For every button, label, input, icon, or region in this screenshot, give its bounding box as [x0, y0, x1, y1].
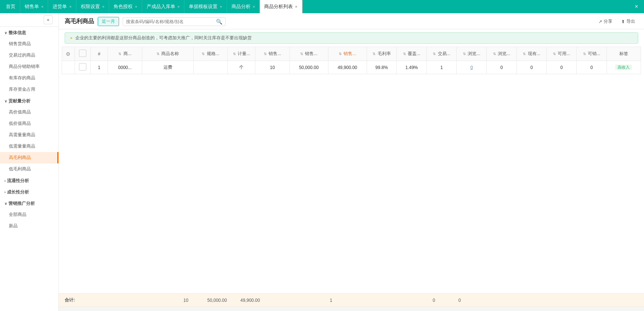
close-purchase-icon[interactable]: × — [69, 4, 71, 9]
nav-permissions[interactable]: 权限设置 × — [76, 0, 109, 13]
close-roles-icon[interactable]: × — [135, 4, 137, 9]
nav-sales[interactable]: 销售单 × — [20, 0, 48, 13]
sidebar-item-traded[interactable]: 交易过的商品 — [0, 50, 58, 61]
nav-roles[interactable]: 角色授权 × — [109, 0, 142, 13]
col-browse1[interactable]: ⇅ 浏览... — [457, 47, 487, 61]
col-handle-icon: ⇅ — [583, 52, 586, 56]
sidebar-group-growth[interactable]: › 成长性分析 — [0, 186, 58, 198]
col-available[interactable]: ⇅ 可用... — [547, 47, 577, 61]
footer-margin-spacer — [267, 298, 292, 303]
nav-templates[interactable]: 单据模板设置 × — [184, 0, 227, 13]
arrow-icon-4: › — [4, 190, 6, 194]
close-products-icon[interactable]: × — [177, 4, 180, 9]
cell-unit: 个 — [228, 61, 255, 74]
col-browse2[interactable]: ⇅ 浏览... — [487, 47, 517, 61]
sidebar-item-low-value[interactable]: 低价值商品 — [0, 118, 58, 129]
notice-icon: ✦ — [69, 36, 73, 41]
col-settings[interactable]: ⚙ — [62, 47, 75, 61]
footer-available: 0 — [421, 298, 447, 303]
top-nav: 首页 销售单 × 进货单 × 权限设置 × 角色授权 × 产成品入库单 × 单据… — [0, 0, 644, 13]
cell-name: 运费 — [142, 61, 194, 74]
close-sales-icon[interactable]: × — [41, 4, 43, 9]
footer-sales1: 10 — [171, 298, 201, 303]
sidebar-item-ratio[interactable]: 商品分销助销率 — [0, 61, 58, 72]
share-button[interactable]: ↗ 分享 — [596, 17, 615, 26]
col-margin-rate[interactable]: ⇅ 毛利率 — [367, 47, 397, 61]
close-permissions-icon[interactable]: × — [102, 4, 104, 9]
sidebar-group-overview[interactable]: ∨ 整体信息 — [0, 27, 58, 38]
col-handle-icon: ⇅ — [403, 52, 406, 56]
cell-browse1[interactable]: 0 — [457, 61, 487, 74]
footer-coverage-spacer — [292, 298, 318, 303]
col-handle-icon: ⇅ — [118, 52, 121, 56]
col-code[interactable]: ⇅ 商... — [108, 47, 142, 61]
cell-settings — [62, 61, 75, 74]
close-analysis-icon[interactable]: × — [253, 4, 255, 9]
col-sales3[interactable]: ⇅ 销售... — [328, 47, 367, 61]
col-name[interactable]: ⇅ 商品名称 — [142, 47, 194, 61]
sidebar-group-finance[interactable]: ∨ 贡献量分析 — [0, 95, 58, 106]
nav-purchase[interactable]: 进货单 × — [48, 0, 76, 13]
cell-current: 0 — [517, 61, 547, 74]
col-coverage[interactable]: ⇅ 覆盖... — [397, 47, 427, 61]
sidebar-item-new-goods[interactable]: 新品 — [0, 220, 58, 232]
sidebar-item-in-stock[interactable]: 有库存的商品 — [0, 72, 58, 84]
footer-values: 10 50,000.00 49,900.00 1 0 0 — [94, 298, 638, 303]
col-unit[interactable]: ⇅ 计量... — [228, 47, 255, 61]
close-templates-icon[interactable]: × — [220, 4, 222, 9]
select-all-checkbox[interactable] — [79, 50, 86, 57]
sidebar-item-low-margin[interactable]: 低毛利商品 — [0, 163, 58, 175]
col-sales2[interactable]: ⇅ 销售... — [289, 47, 328, 61]
share-icon: ↗ — [598, 19, 602, 24]
footer-saleable: 0 — [447, 298, 472, 303]
nav-analysis-list[interactable]: 商品分析列表 × — [260, 0, 302, 13]
col-handle-icon: ⇅ — [553, 52, 556, 56]
sidebar-item-high-value[interactable]: 高价值商品 — [0, 106, 58, 118]
col-spec[interactable]: ⇅ 规格... — [194, 47, 228, 61]
page-title: 高毛利商品 — [65, 18, 94, 25]
cell-sales2: 50,000.00 — [289, 61, 328, 74]
scrollbar-area[interactable] — [59, 307, 644, 311]
col-current[interactable]: ⇅ 现有... — [517, 47, 547, 61]
col-handle-icon: ⇅ — [202, 52, 205, 56]
col-sales1[interactable]: ⇅ 销售... — [255, 47, 289, 61]
col-tag[interactable]: 标签 — [607, 47, 641, 61]
close-analysis-list-icon[interactable]: × — [295, 4, 297, 9]
col-handle-icon: ⇅ — [264, 52, 267, 56]
filter-recent-month-button[interactable]: 近一月 — [98, 17, 119, 26]
sidebar-item-all-goods[interactable]: 全部商品 — [0, 209, 58, 220]
sidebar-item-high-demand[interactable]: 高需量量商品 — [0, 129, 58, 141]
close-all-button[interactable]: × — [630, 3, 643, 10]
cell-checkbox[interactable] — [75, 61, 90, 74]
arrow-icon: ∨ — [4, 31, 7, 35]
nav-analysis[interactable]: 商品分析 × — [227, 0, 260, 13]
export-button[interactable]: ⬆ 导出 — [618, 17, 638, 26]
cell-tag: 高收入 — [607, 61, 641, 74]
table-row: 1 0000... 运费 个 10 50,000.00 49,900.00 99… — [62, 61, 641, 74]
col-saleable[interactable]: ⇅ 可销... — [576, 47, 607, 61]
settings-icon[interactable]: ⚙ — [66, 51, 71, 57]
sidebar-group-flow[interactable]: › 流通性分析 — [0, 175, 58, 186]
sidebar-item-stock-ratio[interactable]: 库存资金占用 — [0, 84, 58, 95]
tag-badge: 高收入 — [615, 65, 632, 70]
nav-home[interactable]: 首页 — [1, 0, 20, 13]
col-handle-icon: ⇅ — [493, 52, 496, 56]
col-trade[interactable]: ⇅ 交易... — [427, 47, 457, 61]
arrow-icon-3: › — [4, 179, 6, 183]
sidebar-group-marketing[interactable]: ∨ 营销推广分析 — [0, 198, 58, 209]
sidebar-item-high-margin[interactable]: 高毛利商品 — [0, 152, 58, 163]
sidebar-item-sales-goods[interactable]: 销售货商品 — [0, 38, 58, 50]
export-icon: ⬆ — [621, 19, 625, 24]
cell-spec — [194, 61, 228, 74]
col-handle-icon: ⇅ — [433, 52, 436, 56]
browse1-link[interactable]: 0 — [470, 65, 473, 70]
row-checkbox[interactable] — [79, 63, 86, 70]
footer-browse1-spacer — [344, 298, 370, 303]
search-input[interactable] — [126, 19, 216, 24]
col-checkbox-header[interactable] — [75, 47, 90, 61]
sidebar-collapse-button[interactable]: « — [44, 15, 53, 24]
nav-products[interactable]: 产成品入库单 × — [142, 0, 184, 13]
col-handle-icon: ⇅ — [373, 52, 375, 56]
footer-label: 合计: — [65, 297, 94, 303]
sidebar-item-low-demand[interactable]: 低需量量商品 — [0, 141, 58, 152]
